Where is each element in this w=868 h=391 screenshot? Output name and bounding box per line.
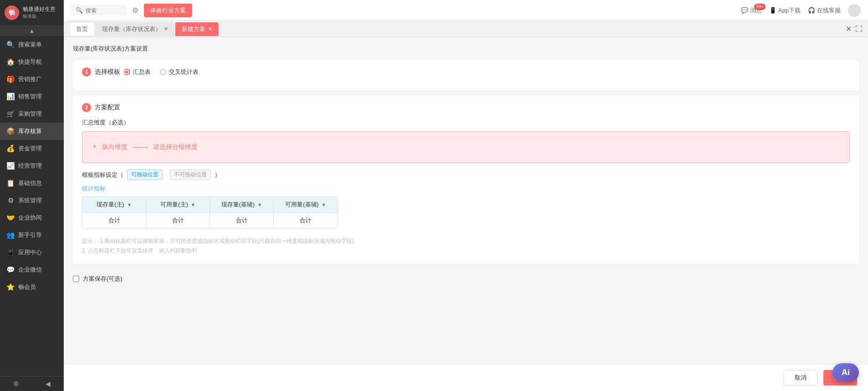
dimension-box[interactable]: * 纵向维度 —— 请选择分组维度: [82, 131, 850, 163]
avatar[interactable]: [848, 4, 861, 17]
sidebar-item-marketing[interactable]: 🎁 营销推广: [0, 71, 64, 88]
sidebar-label-inventory: 库存核算: [18, 127, 42, 135]
sidebar-icon-sales: 📊: [6, 93, 15, 101]
sidebar-icon-inventory: 📦: [6, 127, 15, 135]
tab-new-plan[interactable]: 新建方案 ✕: [175, 22, 219, 36]
sidebar-item-purchase[interactable]: 🛒 采购管理: [0, 105, 64, 123]
radio-cross[interactable]: 交叉统计表: [160, 68, 199, 76]
sidebar-icon-basic: 📋: [6, 179, 15, 187]
indicator-settings: 模板指标设定（ 可拖动位置 不可拖动位置 ） 统计指标 现存量(主)▼可用量(主…: [82, 170, 850, 230]
sidebar-footer: ⚙ ◀: [0, 376, 64, 391]
content-area: 现存量(库存状况表)方案设置 1 选择模板 汇总表 交叉统计表: [64, 37, 868, 364]
online-service[interactable]: 🎧 在线客服: [808, 6, 841, 15]
service-label: 在线客服: [817, 6, 841, 15]
chevron-down-icon: ▼: [322, 202, 326, 207]
dim-field-label: 纵向维度: [102, 143, 128, 151]
stats-header-cell[interactable]: 现存量(基辅)▼: [210, 197, 274, 212]
tab-home[interactable]: 首页: [69, 22, 95, 36]
sidebar-icon-nav: 🏠: [6, 58, 15, 66]
tab-home-label: 首页: [76, 25, 88, 33]
section1-header: 1 选择模板 汇总表 交叉统计表: [82, 67, 850, 77]
sidebar-item-search[interactable]: 🔍 搜索菜单: [0, 36, 64, 53]
search-icon: 🔍: [76, 7, 83, 14]
save-checkbox[interactable]: [73, 276, 79, 282]
template-radio-group: 汇总表 交叉统计表: [124, 68, 199, 76]
stats-body-cell: 合计: [82, 213, 146, 228]
cancel-button[interactable]: 取消: [783, 370, 818, 386]
collapse-icon[interactable]: ◀: [46, 380, 51, 387]
tab-inventory-close[interactable]: ✕: [164, 26, 168, 32]
indicator-label: 模板指标设定（ 可拖动位置 不可拖动位置 ）: [82, 170, 850, 180]
stats-body-cell: 合计: [274, 213, 337, 228]
sidebar-item-member[interactable]: ⭐ 畅会员: [0, 278, 64, 296]
industry-btn[interactable]: 体验行业方案: [144, 4, 192, 17]
sidebar-nav: 🔍 搜索菜单 🏠 快捷导航 🎁 营销推广 📊 销售管理 🛒 采购管理 📦 库存核…: [0, 36, 64, 376]
service-icon: 🎧: [808, 7, 815, 14]
sidebar-logo: 畅 畅康通好生意 标准版: [0, 0, 64, 26]
message-icon: 💬: [741, 7, 748, 14]
logo-sub: 标准版: [23, 13, 56, 20]
tip-2: 2. 点击标题栏下拉可设置排序、插入列和删除列: [82, 247, 850, 255]
sidebar-label-finance: 资金管理: [18, 144, 42, 153]
sidebar-label-marketing: 营销推广: [18, 75, 42, 83]
action-bar: 取消 查询: [64, 364, 868, 391]
tab-inventory-status[interactable]: 现存量（库存状况表） ✕: [96, 22, 174, 36]
app-icon: 📱: [769, 7, 776, 14]
gear-icon[interactable]: ⚙: [132, 6, 138, 15]
search-box[interactable]: 🔍: [71, 5, 127, 15]
tab-inventory-label: 现存量（库存状况表）: [102, 25, 161, 33]
main-area: 🔍 ⚙ 体验行业方案 💬 消息 99+ 📱 App下载 🎧 在线客服: [64, 0, 868, 391]
tabbar: 首页 现存量（库存状况表） ✕ 新建方案 ✕ ✕ ⛶: [64, 21, 868, 37]
dim-required-star: *: [93, 144, 96, 151]
radio-summary-circle: [124, 69, 130, 75]
section2-num: 2: [82, 103, 91, 112]
sidebar-item-operations[interactable]: 📈 经营管理: [0, 157, 64, 175]
indicator-label-suffix: ）: [214, 171, 220, 179]
sidebar-item-inventory[interactable]: 📦 库存核算: [0, 123, 64, 140]
sidebar-icon-finance: 💰: [6, 144, 15, 153]
tab-close-icon[interactable]: ✕: [846, 25, 852, 33]
stats-header-cell[interactable]: 可用量(主)▼: [146, 197, 210, 212]
tab-expand-icon[interactable]: ⛶: [855, 25, 863, 33]
stats-header-cell[interactable]: 可用量(基辅)▼: [274, 197, 337, 212]
app-download[interactable]: 📱 App下载: [769, 6, 801, 15]
sidebar-icon-marketing: 🎁: [6, 75, 15, 83]
sidebar-label-basic: 基础信息: [18, 179, 42, 187]
message-badge[interactable]: 💬 消息 99+: [741, 6, 762, 15]
ai-float-button[interactable]: Ai: [832, 363, 859, 382]
sidebar-label-system: 系统管理: [18, 196, 42, 205]
sidebar-icon-appstore: 📱: [6, 248, 15, 257]
sidebar-icon-search: 🔍: [6, 41, 15, 49]
stats-body-cell: 合计: [210, 213, 274, 228]
stats-table: 现存量(主)▼可用量(主)▼现存量(基辅)▼可用量(基辅)▼ 合计合计合计合计: [82, 196, 338, 229]
chevron-down-icon: ▼: [127, 202, 132, 207]
sidebar-item-enterprise[interactable]: 🤝 企业协同: [0, 209, 64, 226]
stats-header-cell[interactable]: 现存量(主)▼: [82, 197, 146, 212]
badge-movable: 可拖动位置: [127, 170, 163, 180]
sidebar-item-wechat[interactable]: 💬 企业微信: [0, 261, 64, 278]
logo-icon: 畅: [5, 5, 19, 20]
topbar: 🔍 ⚙ 体验行业方案 💬 消息 99+ 📱 App下载 🎧 在线客服: [64, 0, 868, 21]
radio-summary-label: 汇总表: [133, 68, 151, 76]
sidebar-item-nav[interactable]: 🏠 快捷导航: [0, 53, 64, 71]
tab-new-plan-close[interactable]: ✕: [208, 26, 212, 32]
section1-num: 1: [82, 67, 91, 77]
sidebar-item-system[interactable]: ⚙ 系统管理: [0, 192, 64, 209]
dim-placeholder: 请选择分组维度: [153, 143, 198, 151]
sidebar-item-finance[interactable]: 💰 资金管理: [0, 140, 64, 157]
sidebar-item-sales[interactable]: 📊 销售管理: [0, 88, 64, 105]
settings-icon[interactable]: ⚙: [13, 380, 19, 387]
section-config: 2 方案配置 汇总维度（必选） * 纵向维度 —— 请选择分组维度 模板指标设定…: [73, 96, 859, 264]
radio-cross-label: 交叉统计表: [169, 68, 199, 76]
sidebar-item-appstore[interactable]: 📱 应用中心: [0, 244, 64, 261]
search-input[interactable]: [86, 7, 122, 14]
save-label: 方案保存(可选): [83, 275, 123, 283]
radio-summary[interactable]: 汇总表: [124, 68, 151, 76]
sidebar-item-newbie[interactable]: 👥 新手引导: [0, 226, 64, 244]
dim-dash: ——: [133, 143, 148, 151]
sidebar-icon-system: ⚙: [6, 196, 15, 205]
sidebar-label-wechat: 企业微信: [18, 266, 42, 274]
indicator-label-prefix: 模板指标设定（: [82, 171, 123, 179]
sidebar-item-basic[interactable]: 📋 基础信息: [0, 175, 64, 192]
sidebar-scroll-up[interactable]: ▲: [0, 26, 64, 36]
